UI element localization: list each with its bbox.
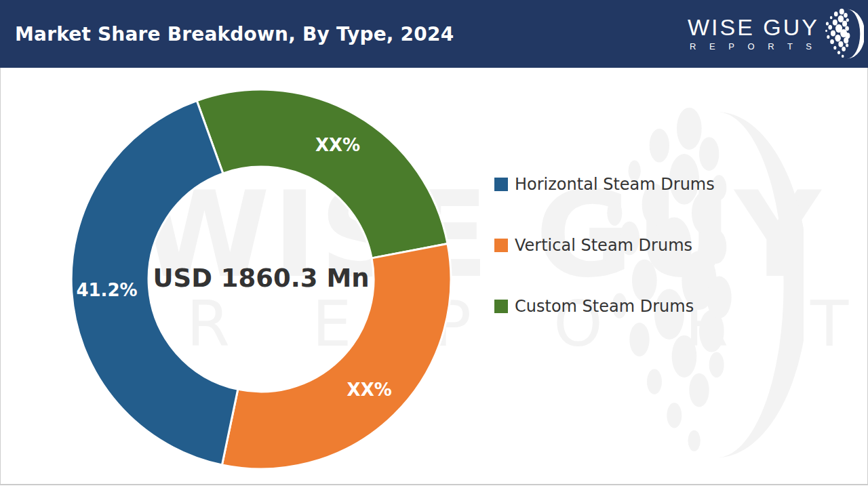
legend-item-custom-steam-drums: Custom Steam Drums	[494, 297, 715, 316]
legend-swatch-orange	[494, 239, 508, 252]
legend-swatch-blue	[494, 178, 508, 191]
legend-item-vertical-steam-drums: Vertical Steam Drums	[494, 236, 715, 255]
legend-swatch-green	[494, 300, 508, 313]
report-chart-page: Market Share Breakdown, By Type, 2024 WI…	[0, 0, 868, 488]
page-title: Market Share Breakdown, By Type, 2024	[0, 23, 454, 45]
legend-label: Horizontal Steam Drums	[515, 175, 715, 194]
slice-label-horizontal-steam-drums: 41.2%	[76, 280, 137, 300]
legend-label: Vertical Steam Drums	[515, 236, 692, 255]
logo-subtitle: R E P O R T S	[690, 41, 817, 53]
logo-text: WISE GUY R E P O R T S	[688, 15, 819, 53]
donut-center-value: USD 1860.3 Mn	[153, 264, 369, 293]
chart-legend: Horizontal Steam Drums Vertical Steam Dr…	[494, 175, 715, 358]
legend-label: Custom Steam Drums	[515, 297, 694, 316]
wise-guy-reports-logo: WISE GUY R E P O R T S	[688, 7, 868, 61]
donut-slice-custom-steam-drums	[197, 89, 448, 258]
slice-label-vertical-steam-drums: XX%	[347, 380, 392, 400]
legend-item-horizontal-steam-drums: Horizontal Steam Drums	[494, 175, 715, 194]
header-bar: Market Share Breakdown, By Type, 2024 WI…	[0, 0, 868, 68]
slice-label-custom-steam-drums: XX%	[315, 135, 360, 155]
dotted-face-icon	[821, 7, 864, 61]
logo-wordmark: WISE GUY	[688, 15, 819, 39]
